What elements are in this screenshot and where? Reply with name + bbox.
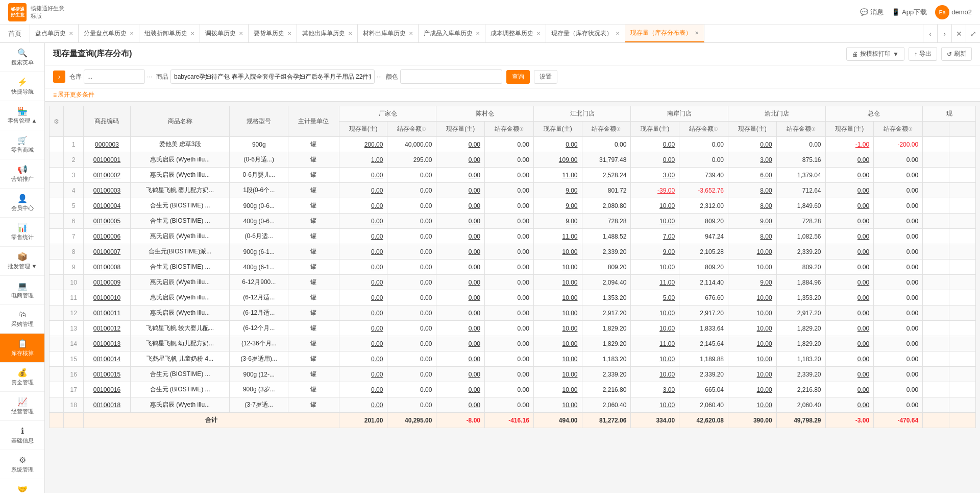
cell-f5q[interactable]: 8.00: [728, 183, 777, 198]
cell-f5q[interactable]: 10.00: [728, 321, 777, 336]
cell-f1q[interactable]: 0.00: [339, 336, 387, 351]
cell-f4q[interactable]: 10.00: [631, 397, 679, 413]
cell-f4q[interactable]: 10.00: [631, 367, 679, 382]
sidebar-item-members[interactable]: 👤 会员中心: [0, 189, 44, 218]
filter-expand-arrow[interactable]: ›: [53, 71, 65, 83]
cell-f2q[interactable]: 0.00: [436, 367, 485, 382]
sidebar-item-purchase[interactable]: 🛍 采购管理: [0, 305, 44, 334]
cell-f4q[interactable]: 5.00: [631, 290, 679, 306]
cell-f6q[interactable]: 0.00: [825, 152, 874, 168]
sidebar-item-operations[interactable]: 📈 经营管理: [0, 392, 44, 421]
cell-f6q[interactable]: 0.00: [825, 306, 874, 321]
cell-f4q[interactable]: 0.00: [631, 152, 679, 168]
tab-xcl-kczk[interactable]: 现存量（库存状况表）✕: [546, 25, 625, 42]
messages-button[interactable]: 💬 消息: [860, 8, 884, 17]
product-input[interactable]: [170, 69, 375, 84]
tab-close-icon[interactable]: ✕: [239, 31, 243, 36]
cell-f5q[interactable]: 10.00: [728, 244, 777, 260]
cell-f5q[interactable]: 10.00: [728, 397, 777, 413]
cell-code[interactable]: 00100012: [84, 321, 130, 336]
cell-f2q[interactable]: 0.00: [436, 152, 485, 168]
cell-f2q[interactable]: 0.00: [436, 397, 485, 413]
sidebar-item-quicknav[interactable]: ⚡ 快捷导航: [0, 72, 44, 101]
tab-zzzcls[interactable]: 组装折卸单历史✕: [139, 25, 200, 42]
cell-f5q[interactable]: 9.00: [728, 214, 777, 229]
cell-f4q[interactable]: 7.00: [631, 229, 679, 244]
cell-f6q[interactable]: 0.00: [825, 244, 874, 260]
cell-f4q[interactable]: 10.00: [631, 214, 679, 229]
cell-code[interactable]: 00100014: [84, 351, 130, 367]
cell-f3q[interactable]: 10.00: [533, 336, 582, 351]
sidebar-item-retail-mgmt[interactable]: 🏪 零售管理 ▲: [0, 101, 44, 130]
cell-f6q[interactable]: 0.00: [825, 382, 874, 397]
cell-f3q[interactable]: 10.00: [533, 351, 582, 367]
cell-f4q[interactable]: 0.00: [631, 137, 679, 152]
sidebar-item-retail-mall[interactable]: 🛒 零售商城: [0, 130, 44, 159]
tab-close-icon[interactable]: ✕: [287, 31, 291, 36]
cell-f4q[interactable]: 3.00: [631, 168, 679, 183]
tab-close-active-icon[interactable]: ✕: [695, 30, 699, 36]
cell-f4q[interactable]: 10.00: [631, 198, 679, 214]
cell-f3q[interactable]: 10.00: [533, 275, 582, 290]
cell-f3q[interactable]: 10.00: [533, 244, 582, 260]
sidebar-item-system[interactable]: ⚙ 系统管理: [0, 450, 44, 479]
cell-f5q[interactable]: 10.00: [728, 290, 777, 306]
cell-f1q[interactable]: 0.00: [339, 214, 387, 229]
cell-f6q[interactable]: 0.00: [825, 214, 874, 229]
cell-f5q[interactable]: 9.00: [728, 275, 777, 290]
cell-f1q[interactable]: 0.00: [339, 168, 387, 183]
cell-f2q[interactable]: 0.00: [436, 137, 485, 152]
cell-f3q[interactable]: 109.00: [533, 152, 582, 168]
cell-f4q[interactable]: 10.00: [631, 306, 679, 321]
cell-f5q[interactable]: 6.00: [728, 168, 777, 183]
tab-close-icon[interactable]: ✕: [409, 31, 413, 36]
cell-code[interactable]: 0000003: [84, 137, 130, 152]
expand-conditions-button[interactable]: ≡ 展开更多条件: [53, 90, 94, 99]
sidebar-item-basic-info[interactable]: ℹ 基础信息: [0, 421, 44, 450]
cell-code[interactable]: 00100004: [84, 198, 130, 214]
cell-f2q[interactable]: 0.00: [436, 244, 485, 260]
cell-f1q[interactable]: 0.00: [339, 275, 387, 290]
cell-f6q[interactable]: 0.00: [825, 229, 874, 244]
cell-code[interactable]: 00100007: [84, 244, 130, 260]
cell-f2q[interactable]: 0.00: [436, 168, 485, 183]
cell-code[interactable]: 00100011: [84, 306, 130, 321]
tab-pdzls[interactable]: 盘点单历史✕: [30, 25, 79, 42]
cell-f1q[interactable]: 0.00: [339, 229, 387, 244]
cell-f6q[interactable]: 0.00: [825, 275, 874, 290]
cell-f3q[interactable]: 9.00: [533, 198, 582, 214]
cell-f6q[interactable]: 0.00: [825, 168, 874, 183]
cell-f2q[interactable]: 0.00: [436, 306, 485, 321]
cell-code[interactable]: 00100015: [84, 367, 130, 382]
th-settings[interactable]: ⚙: [50, 106, 64, 137]
tab-close-icon[interactable]: ✕: [348, 31, 352, 36]
warehouse-input[interactable]: [84, 69, 145, 84]
tab-close-icon[interactable]: ✕: [616, 31, 620, 36]
cell-f1q[interactable]: 200.00: [339, 137, 387, 152]
cell-code[interactable]: 00100013: [84, 336, 130, 351]
cell-f1q[interactable]: 0.00: [339, 306, 387, 321]
sidebar-item-finance[interactable]: 💰 资金管理: [0, 363, 44, 392]
sidebar-item-retail-stats[interactable]: 📊 零售统计: [0, 218, 44, 247]
cell-f1q[interactable]: 0.00: [339, 397, 387, 413]
cell-code[interactable]: 00100006: [84, 229, 130, 244]
cell-f2q[interactable]: 0.00: [436, 183, 485, 198]
app-download-button[interactable]: 📱 App下载: [892, 8, 927, 17]
cell-f1q[interactable]: 0.00: [339, 244, 387, 260]
cell-f5q[interactable]: 0.00: [728, 137, 777, 152]
cell-f2q[interactable]: 0.00: [436, 229, 485, 244]
search-button[interactable]: 查询: [506, 70, 530, 84]
tab-pcrk[interactable]: 产成品入库单历史✕: [419, 25, 485, 42]
tab-close-icon[interactable]: ✕: [130, 31, 134, 36]
print-button[interactable]: 🖨 按模板打印 ▼: [846, 47, 904, 61]
tab-qtckls[interactable]: 其他出库单历史✕: [297, 25, 358, 42]
cell-f3q[interactable]: 10.00: [533, 260, 582, 275]
cell-f5q[interactable]: 10.00: [728, 336, 777, 351]
cell-f6q[interactable]: 0.00: [825, 351, 874, 367]
cell-f3q[interactable]: 0.00: [533, 137, 582, 152]
cell-f2q[interactable]: 0.00: [436, 321, 485, 336]
cell-f3q[interactable]: 10.00: [533, 321, 582, 336]
tab-cbtz[interactable]: 成本调整单历史✕: [485, 25, 546, 42]
cell-f1q[interactable]: 0.00: [339, 260, 387, 275]
cell-f4q[interactable]: 10.00: [631, 260, 679, 275]
